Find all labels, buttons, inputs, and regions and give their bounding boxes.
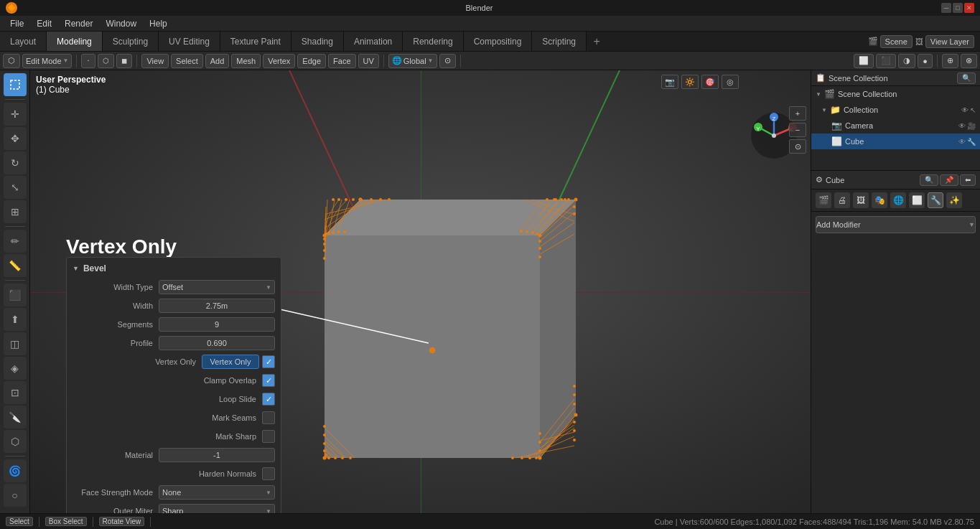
vertex-menu[interactable]: Vertex	[263, 54, 295, 68]
cube-modifier-icon[interactable]: 🔧	[967, 138, 976, 146]
edge-mode-button[interactable]: ⬡	[98, 54, 114, 68]
tab-layout[interactable]: Layout	[0, 32, 47, 51]
outliner-filter-button[interactable]: 🔍	[957, 72, 976, 84]
viewport-3d[interactable]: User Perspective (1) Cube Vertex Only ▼ …	[30, 70, 811, 513]
viewport-shading-wire[interactable]: ⬜	[854, 54, 874, 68]
tool-spin[interactable]: 🌀	[4, 459, 27, 482]
mesh-menu[interactable]: Mesh	[231, 54, 261, 68]
tab-sculpting[interactable]: Sculpting	[103, 32, 159, 51]
view-layer-props-icon[interactable]: 🖼	[853, 192, 869, 208]
menu-file[interactable]: File	[4, 17, 29, 30]
tool-cursor[interactable]: ✛	[4, 103, 27, 126]
width-input[interactable]: 2.75m	[159, 299, 275, 313]
zoom-out-button[interactable]: −	[789, 123, 806, 137]
add-menu[interactable]: Add	[205, 54, 230, 68]
menu-render[interactable]: Render	[59, 17, 98, 30]
maximize-button[interactable]: □	[953, 3, 963, 13]
outliner-item-cube[interactable]: ⬜ Cube 👁 🔧	[811, 134, 980, 149]
mark-seams-checkbox[interactable]	[262, 411, 275, 424]
face-mode-button[interactable]: ◼	[116, 54, 132, 68]
tool-measure[interactable]: 📏	[4, 254, 27, 277]
select-menu[interactable]: Select	[171, 54, 203, 68]
viewport-shading-solid[interactable]: ⬛	[876, 54, 896, 68]
cube-eye-icon[interactable]: 👁	[958, 138, 966, 146]
add-workspace-button[interactable]: +	[587, 32, 607, 51]
tool-knife[interactable]: 🔪	[4, 406, 27, 429]
uv-menu[interactable]: UV	[358, 54, 379, 68]
pivot-button[interactable]: ⊙	[439, 54, 456, 68]
tab-modeling[interactable]: Modeling	[47, 32, 103, 51]
minimize-button[interactable]: ─	[941, 3, 951, 13]
tool-rotate[interactable]: ↻	[4, 151, 27, 174]
menu-help[interactable]: Help	[144, 17, 173, 30]
perspective-button[interactable]: 🎯	[701, 75, 719, 89]
output-props-icon[interactable]: 🖨	[834, 192, 850, 208]
menu-window[interactable]: Window	[100, 17, 142, 30]
face-menu[interactable]: Face	[328, 54, 355, 68]
tool-select[interactable]	[4, 73, 27, 96]
object-props-icon[interactable]: ⬜	[909, 192, 925, 208]
tab-animation[interactable]: Animation	[344, 32, 403, 51]
overlay-button[interactable]: ⊕	[942, 54, 958, 68]
prop-expand-button[interactable]: ⬅	[960, 174, 976, 186]
segments-input[interactable]: 9	[159, 317, 275, 332]
edge-menu[interactable]: Edge	[297, 54, 326, 68]
tool-poly-build[interactable]: ⬡	[4, 430, 27, 453]
zoom-in-button[interactable]: +	[789, 106, 806, 121]
tab-shading[interactable]: Shading	[291, 32, 344, 51]
tab-uv-editing[interactable]: UV Editing	[159, 32, 220, 51]
tool-scale[interactable]: ⤡	[4, 176, 27, 199]
clamp-overlap-checkbox[interactable]: ✓	[262, 374, 275, 387]
camera-view-button[interactable]: 📷	[661, 75, 678, 89]
tab-compositing[interactable]: Compositing	[464, 32, 533, 51]
tool-add-cube[interactable]: ⬛	[4, 284, 27, 306]
tab-scripting[interactable]: Scripting	[532, 32, 587, 51]
prop-pin-button[interactable]: 📌	[940, 174, 958, 186]
mark-sharp-checkbox[interactable]	[262, 430, 275, 443]
vertex-only-toggle[interactable]: Vertex Only	[202, 355, 259, 369]
cursor-icon[interactable]: ↖	[970, 106, 976, 114]
camera-render-icon[interactable]: 🎥	[967, 122, 976, 130]
scene-selector[interactable]: Scene	[880, 35, 913, 48]
zoom-fit-button[interactable]: ⊙	[789, 139, 806, 154]
tool-loop-cut[interactable]: ⊡	[4, 381, 27, 404]
outer-miter-dropdown[interactable]: Sharp ▼	[159, 504, 275, 513]
view-menu[interactable]: View	[141, 54, 169, 68]
tool-smooth[interactable]: ○	[4, 484, 27, 507]
tab-rendering[interactable]: Rendering	[403, 32, 463, 51]
prop-search-button[interactable]: 🔍	[920, 174, 938, 186]
material-input[interactable]: -1	[159, 448, 275, 462]
outliner-item-scene-collection[interactable]: ▼ 🎬 Scene Collection	[811, 86, 980, 102]
view-layer-selector[interactable]: View Layer	[925, 35, 974, 48]
world-props-icon[interactable]: 🌐	[890, 192, 906, 208]
vertex-mode-button[interactable]: ⬝	[81, 54, 95, 68]
harden-normals-checkbox[interactable]	[262, 467, 275, 480]
loop-slide-checkbox[interactable]: ✓	[262, 393, 275, 406]
particles-props-icon[interactable]: ✨	[946, 192, 962, 208]
viewport-shading-material[interactable]: ◑	[898, 54, 915, 68]
render-preview-button[interactable]: 🔆	[681, 75, 699, 89]
tool-move[interactable]: ✥	[4, 127, 27, 150]
eye-icon[interactable]: 👁	[961, 106, 969, 114]
add-modifier-button[interactable]: Add Modifier ▼	[816, 216, 976, 233]
editor-type-button[interactable]: ⬡	[3, 54, 20, 68]
tool-bevel[interactable]: ◈	[4, 357, 27, 380]
viewport-shading-rendered[interactable]: ●	[918, 54, 933, 68]
modifier-props-icon[interactable]: 🔧	[928, 192, 943, 208]
xray-button[interactable]: ⊗	[961, 54, 977, 68]
tool-extrude[interactable]: ⬆	[4, 308, 27, 331]
width-type-dropdown[interactable]: Offset ▼	[159, 280, 275, 294]
vertex-only-checkbox[interactable]: ✓	[262, 355, 275, 368]
render-props-icon[interactable]: 🎬	[816, 192, 831, 208]
face-strength-dropdown[interactable]: None ▼	[159, 485, 275, 500]
outliner-item-collection[interactable]: ▼ 📁 Collection 👁 ↖	[811, 102, 980, 118]
scene-props-icon[interactable]: 🎭	[872, 192, 887, 208]
tool-inset[interactable]: ◫	[4, 332, 27, 355]
local-view-button[interactable]: ◎	[722, 75, 739, 89]
menu-edit[interactable]: Edit	[31, 17, 57, 30]
tab-texture-paint[interactable]: Texture Paint	[220, 32, 291, 51]
mode-dropdown[interactable]: Edit Mode ▼	[22, 54, 72, 68]
tool-annotate[interactable]: ✏	[4, 230, 27, 253]
tool-transform[interactable]: ⊞	[4, 200, 27, 223]
profile-input[interactable]: 0.690	[159, 336, 275, 350]
